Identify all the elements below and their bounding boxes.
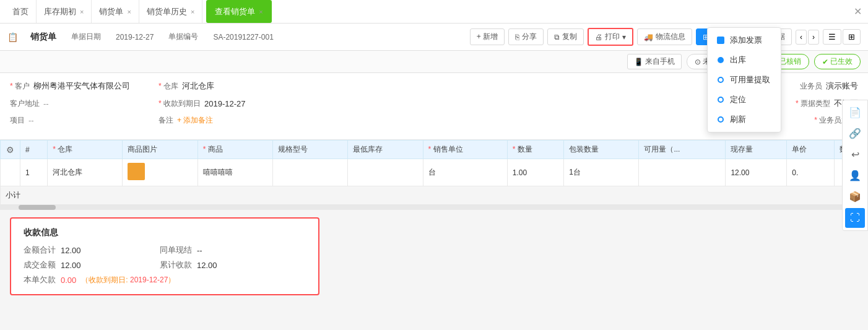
btn-print[interactable]: 🖨 打印 ▾ bbox=[588, 28, 633, 46]
sidebar-icon-fullscreen[interactable]: ⛶ bbox=[845, 208, 865, 228]
btn-from-phone[interactable]: 📱 来自手机 bbox=[627, 54, 682, 69]
btn-new[interactable]: + 新增 bbox=[470, 28, 505, 45]
payment-item-same-order: 同单现结 -- bbox=[160, 245, 284, 256]
sales-table-inner: ⚙ # * 仓库 商品图片 * 商品 规格型号 最低库存 * 销售单位 * 数量… bbox=[0, 140, 868, 205]
field-project: 项目 -- bbox=[10, 115, 146, 126]
row-1-img bbox=[123, 159, 197, 186]
nav-next[interactable]: › bbox=[808, 30, 819, 45]
tab-inventory-label: 库存期初 bbox=[44, 6, 76, 17]
add-invoice-icon bbox=[716, 36, 725, 45]
warehouse-value: 河北仓库 bbox=[182, 80, 214, 92]
share-icon: ⎘ bbox=[515, 33, 519, 41]
payment-title: 收款信息 bbox=[24, 227, 306, 238]
sidebar-icon-user[interactable]: 👤 bbox=[845, 166, 865, 186]
dropdown-item-available-qty[interactable]: 可用量提取 bbox=[708, 70, 781, 90]
table-header-row: ⚙ # * 仓库 商品图片 * 商品 规格型号 最低库存 * 销售单位 * 数量… bbox=[1, 141, 868, 159]
address-value: -- bbox=[43, 99, 49, 108]
dropdown-item-refresh[interactable]: 刷新 bbox=[708, 110, 781, 129]
nav-arrows: ‹ › bbox=[796, 30, 819, 45]
available-qty-icon bbox=[716, 76, 725, 84]
doc-title: 销货单 bbox=[30, 32, 56, 43]
deal-label: 成交金额 bbox=[24, 259, 56, 271]
tab-sales-history[interactable]: 销货单历史 × bbox=[139, 0, 202, 23]
cumulative-value: 12.00 bbox=[197, 261, 217, 270]
sidebar-icon-doc[interactable]: 📄 bbox=[845, 103, 865, 123]
tab-view-sales-close[interactable]: × bbox=[259, 8, 263, 15]
btn-logistics[interactable]: 🚚 物流信息 bbox=[637, 28, 692, 45]
project-label: 项目 bbox=[10, 115, 25, 126]
staff-value: 演示账号 bbox=[826, 80, 858, 92]
due-label: 本单欠款 bbox=[24, 274, 56, 285]
tab-view-sales[interactable]: 查看销货单 × bbox=[206, 0, 271, 23]
view-list[interactable]: ☰ bbox=[823, 29, 841, 45]
outbound-icon bbox=[716, 56, 725, 64]
tab-inventory-close[interactable]: × bbox=[80, 8, 84, 15]
cumulative-label: 累计收款 bbox=[160, 259, 192, 271]
subtotal-label: 小计 bbox=[1, 186, 868, 205]
sidebar-icon-undo[interactable]: ↩ bbox=[845, 145, 865, 165]
tab-home-label: 首页 bbox=[12, 6, 28, 17]
doc-date-label: 单据日期 bbox=[71, 32, 101, 42]
notes-label: 备注 bbox=[158, 115, 173, 126]
field-customer: 客户 柳州粤港平安气体有限公司 bbox=[10, 80, 146, 92]
operations-dropdown: 添加发票 出库 可用量提取 定位 刷新 bbox=[707, 27, 781, 132]
th-img: 商品图片 bbox=[123, 141, 197, 159]
locate-icon bbox=[716, 95, 725, 104]
sidebar-icon-link[interactable]: 🔗 bbox=[845, 124, 865, 144]
btn-share[interactable]: ⎘ 分享 bbox=[508, 28, 544, 45]
payment-item-deal: 成交金额 12.00 bbox=[24, 259, 147, 271]
tab-sales-history-close[interactable]: × bbox=[191, 8, 194, 15]
payment-date-value: 2019-12-27 bbox=[204, 99, 246, 108]
add-note-btn[interactable]: 添加备注 bbox=[177, 115, 213, 126]
th-warehouse: * 仓库 bbox=[48, 141, 123, 159]
window-close-button[interactable]: ✕ bbox=[854, 6, 862, 17]
hscroll[interactable] bbox=[0, 205, 868, 210]
settings-icon[interactable]: ⚙ bbox=[6, 145, 14, 155]
dropdown-item-add-invoice[interactable]: 添加发票 bbox=[708, 30, 781, 50]
table-row: 1 河北仓库 嘻嘻嘻嘻 台 1.00 1台 12.00 0. bbox=[1, 159, 868, 186]
field-warehouse: 仓库 河北仓库 bbox=[158, 80, 295, 92]
btn-copy[interactable]: ⧉ 复制 bbox=[547, 28, 584, 45]
doc-date-value: 2019-12-27 bbox=[116, 33, 154, 41]
view-grid[interactable]: ⊞ bbox=[843, 29, 861, 45]
field-payment-date: 收款到期日 2019-12-27 bbox=[158, 98, 295, 109]
payment-item-cumulative: 累计收款 12.00 bbox=[160, 259, 284, 271]
btn-effective[interactable]: ✔ 已生效 bbox=[814, 54, 861, 69]
nav-prev[interactable]: ‹ bbox=[796, 30, 807, 45]
row-1-stock: 12.00 bbox=[726, 159, 787, 186]
payment-item-total: 金额合计 12.00 bbox=[24, 245, 147, 256]
total-label: 金额合计 bbox=[24, 245, 56, 256]
project-value: -- bbox=[28, 116, 34, 125]
logistics-icon: 🚚 bbox=[644, 33, 653, 41]
th-min-stock: 最低库存 bbox=[348, 141, 423, 159]
copy-icon: ⧉ bbox=[554, 33, 560, 41]
row-1-price: 0. bbox=[787, 159, 834, 186]
th-gear[interactable]: ⚙ bbox=[1, 141, 20, 159]
customer-value: 柳州粤港平安气体有限公司 bbox=[33, 80, 130, 92]
tab-sales-label: 销货单 bbox=[99, 6, 123, 17]
hscroll-thumb[interactable] bbox=[19, 205, 56, 210]
ticket-status-icon: ⊙ bbox=[695, 58, 701, 66]
ticket-label: 票据类型 bbox=[796, 98, 830, 109]
dropdown-item-outbound[interactable]: 出库 bbox=[708, 50, 781, 70]
field-address: 客户地址 -- bbox=[10, 98, 146, 109]
th-qty: * 数量 bbox=[507, 141, 563, 159]
tab-sales-close[interactable]: × bbox=[127, 8, 131, 15]
row-1-gear[interactable] bbox=[1, 159, 20, 186]
sidebar-icon-package[interactable]: 📦 bbox=[845, 187, 865, 207]
payment-grid: 金额合计 12.00 同单现结 -- 成交金额 12.00 累计收款 12.00… bbox=[24, 245, 306, 285]
dropdown-item-locate[interactable]: 定位 bbox=[708, 90, 781, 110]
view-toggle: ☰ ⊞ bbox=[823, 29, 861, 45]
field-notes: 备注 添加备注 bbox=[158, 115, 295, 126]
payment-section: 收款信息 金额合计 12.00 同单现结 -- 成交金额 12.00 累计收款 … bbox=[0, 210, 868, 310]
deal-value: 12.00 bbox=[61, 261, 81, 270]
row-1-available bbox=[639, 159, 726, 186]
tab-inventory[interactable]: 库存期初 × bbox=[37, 0, 92, 23]
tab-sales[interactable]: 销货单 × bbox=[92, 0, 139, 23]
tab-home[interactable]: 首页 bbox=[5, 0, 37, 23]
field-staff: 业务员 演示账号 bbox=[800, 80, 858, 92]
row-1-min-stock bbox=[348, 159, 423, 186]
th-product: * 商品 bbox=[197, 141, 272, 159]
row-1-qty: 1.00 bbox=[507, 159, 563, 186]
staff-label: 业务员 bbox=[800, 81, 822, 92]
